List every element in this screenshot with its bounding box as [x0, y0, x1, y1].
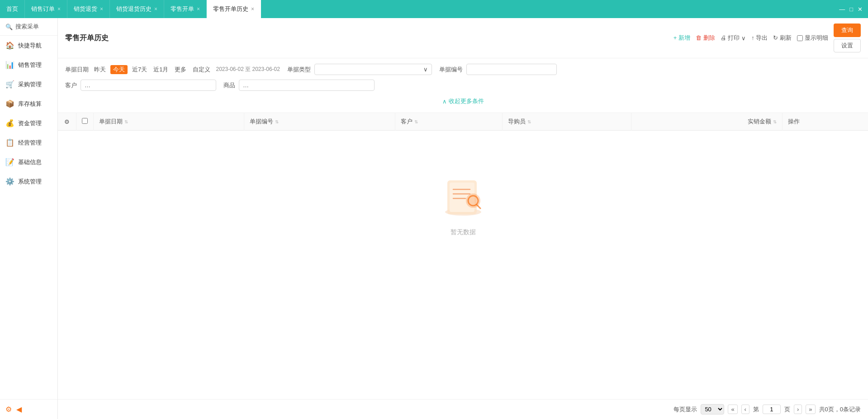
- window-controls: — □ ✕: [839, 6, 868, 13]
- export-button[interactable]: ↑ 导出: [751, 34, 768, 42]
- close-tab-sales-return-history[interactable]: ×: [154, 6, 157, 12]
- close-tab-retail-order-history[interactable]: ×: [251, 6, 254, 12]
- sort-icon-salesman: ⇅: [527, 119, 531, 124]
- empty-state: 暂无数据: [58, 131, 868, 273]
- th-no[interactable]: 单据编号 ⇅: [244, 113, 395, 131]
- page-input[interactable]: [763, 405, 781, 414]
- collapse-icon[interactable]: ◀: [16, 405, 22, 414]
- sort-icon-amount: ⇅: [773, 119, 777, 124]
- sort-icon-customer: ⇅: [414, 119, 418, 124]
- home-icon: 🏠: [5, 41, 14, 50]
- table-container: ⚙ 单据日期 ⇅ 单据编号: [58, 113, 868, 399]
- total-label: 共0页，0条记录: [819, 405, 861, 414]
- minimize-button[interactable]: —: [839, 6, 845, 13]
- customer-select[interactable]: …: [81, 80, 216, 91]
- th-date[interactable]: 单据日期 ⇅: [93, 113, 244, 131]
- finance-icon: 💰: [5, 119, 14, 127]
- refresh-button[interactable]: ↻ 刷新: [773, 34, 792, 42]
- filter-row-2: 客户 … 商品 …: [65, 80, 861, 91]
- sidebar-search[interactable]: 🔍 搜索采单: [0, 18, 57, 36]
- next-page-button[interactable]: ›: [794, 405, 802, 414]
- operations-icon: 📋: [5, 138, 14, 147]
- add-button[interactable]: + 新增: [674, 34, 690, 42]
- date-yesterday[interactable]: 昨天: [92, 65, 108, 74]
- sidebar-item-inventory[interactable]: 📦 库存核算: [0, 94, 57, 113]
- sales-icon: 📊: [5, 61, 14, 69]
- first-page-button[interactable]: «: [728, 405, 737, 414]
- tab-sales-return[interactable]: 销货退货 ×: [67, 0, 110, 18]
- window-close-button[interactable]: ✕: [858, 6, 863, 13]
- date-today[interactable]: 今天: [110, 65, 128, 74]
- collapse-more-conditions[interactable]: ∧ 收起更多条件: [65, 95, 861, 107]
- page-title: 零售开单历史: [65, 33, 109, 43]
- sidebar-item-sales[interactable]: 📊 销售管理: [0, 55, 57, 75]
- maximize-button[interactable]: □: [849, 6, 853, 13]
- select-all-checkbox[interactable]: [82, 118, 88, 124]
- date-range-display: 2023-06-02 至 2023-06-02: [216, 66, 280, 73]
- filter-bill-no: 单据编号: [439, 64, 557, 75]
- purchase-icon: 🛒: [5, 80, 14, 89]
- tab-retail-order-history[interactable]: 零售开单历史 ×: [207, 0, 261, 18]
- empty-icon: [436, 167, 490, 221]
- sort-icon-no: ⇅: [275, 119, 279, 124]
- sidebar-item-quick-nav[interactable]: 🏠 快捷导航: [0, 36, 57, 55]
- th-amount[interactable]: 实销金额 ⇅: [631, 113, 783, 131]
- sort-icon-date: ⇅: [124, 119, 128, 124]
- close-tab-sales-return[interactable]: ×: [100, 6, 103, 12]
- date-more[interactable]: 更多: [173, 65, 188, 74]
- sidebar-bottom: ⚙ ◀: [0, 399, 57, 419]
- settings-button[interactable]: 设置: [834, 39, 861, 52]
- th-salesman[interactable]: 导购员 ⇅: [502, 113, 631, 131]
- sidebar-item-basic-info[interactable]: 📝 基础信息: [0, 152, 57, 172]
- per-page-select[interactable]: 50 10 20 100: [701, 404, 724, 414]
- bill-no-input[interactable]: [466, 64, 557, 75]
- close-tab-sales-order[interactable]: ×: [57, 6, 61, 12]
- main-layout: 🔍 搜索采单 🏠 快捷导航 📊 销售管理 🛒 采购管理 📦 库存核算 💰 资金管…: [0, 18, 868, 419]
- sidebar-item-finance[interactable]: 💰 资金管理: [0, 113, 57, 133]
- top-bar: 首页 销售订单 × 销货退货 × 销货退货历史 × 零售开单 × 零售开单历史 …: [0, 0, 868, 18]
- settings-bottom-icon[interactable]: ⚙: [5, 405, 12, 414]
- th-gear[interactable]: ⚙: [58, 113, 76, 131]
- print-button[interactable]: 🖨 打印 ∨: [721, 34, 746, 42]
- last-page-button[interactable]: »: [806, 405, 815, 414]
- filter-bill-type: 单据类型 ∨: [287, 64, 432, 75]
- goods-select[interactable]: …: [239, 80, 375, 91]
- query-button[interactable]: 查询: [834, 24, 861, 37]
- table-header-row: ⚙ 单据日期 ⇅ 单据编号: [58, 113, 868, 131]
- filter-date: 单据日期 昨天 今天 近7天 近1月 更多 自定义 2023-06-02 至 2…: [65, 65, 280, 74]
- gear-icon[interactable]: ⚙: [64, 118, 70, 125]
- delete-button[interactable]: 🗑 删除: [696, 34, 715, 42]
- inventory-icon: 📦: [5, 99, 14, 108]
- data-table: ⚙ 单据日期 ⇅ 单据编号: [58, 113, 868, 131]
- date-custom[interactable]: 自定义: [191, 65, 212, 74]
- filter-goods: 商品 …: [223, 80, 375, 91]
- tab-sales-order[interactable]: 销售订单 ×: [25, 0, 67, 18]
- page-suffix: 页: [784, 405, 790, 414]
- sidebar-item-system[interactable]: ⚙️ 系统管理: [0, 172, 57, 191]
- pagination: 每页显示 50 10 20 100 « ‹ 第 页 › » 共0页，0条记录: [58, 399, 868, 419]
- sidebar-item-purchase[interactable]: 🛒 采购管理: [0, 75, 57, 94]
- bill-type-select[interactable]: ∨: [314, 64, 432, 75]
- date-shortcuts: 昨天 今天 近7天 近1月 更多 自定义: [92, 65, 212, 74]
- th-customer[interactable]: 客户 ⇅: [395, 113, 502, 131]
- tab-sales-return-history[interactable]: 销货退货历史 ×: [110, 0, 164, 18]
- display-detail-checkbox[interactable]: 显示明细: [797, 34, 828, 42]
- prev-page-button[interactable]: ‹: [741, 405, 749, 414]
- collapse-icon: ∧: [442, 98, 447, 105]
- chevron-down-icon: ∨: [423, 66, 428, 73]
- date-1month[interactable]: 近1月: [152, 65, 170, 74]
- per-page-label: 每页显示: [674, 405, 697, 414]
- page-label: 第: [753, 405, 759, 414]
- tab-home[interactable]: 首页: [0, 0, 25, 18]
- filter-customer: 客户 …: [65, 80, 216, 91]
- th-check[interactable]: [76, 113, 93, 131]
- display-detail-input[interactable]: [797, 35, 803, 41]
- toolbar: + 新增 🗑 删除 🖨 打印 ∨ ↑ 导出 ↻ 刷新 显示明细 查询 设置: [674, 24, 861, 52]
- tab-retail-order[interactable]: 零售开单 ×: [164, 0, 207, 18]
- page-header: 零售开单历史 + 新增 🗑 删除 🖨 打印 ∨ ↑ 导出 ↻ 刷新 显示明细 查…: [58, 18, 868, 58]
- close-tab-retail-order[interactable]: ×: [197, 6, 200, 12]
- sidebar-item-operations[interactable]: 📋 经营管理: [0, 133, 57, 152]
- date-7days[interactable]: 近7天: [130, 65, 149, 74]
- empty-text: 暂无数据: [451, 228, 476, 236]
- content-area: 零售开单历史 + 新增 🗑 删除 🖨 打印 ∨ ↑ 导出 ↻ 刷新 显示明细 查…: [58, 18, 868, 419]
